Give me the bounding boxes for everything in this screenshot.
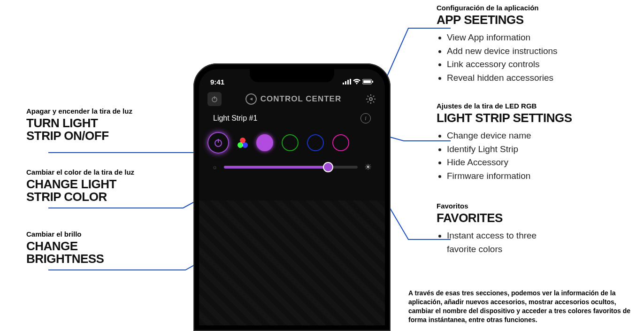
callout-power-spanish: Apagar y encender la tira de luz — [26, 107, 132, 115]
status-icons — [343, 79, 374, 85]
notch — [250, 69, 334, 82]
list-item: Identify Light Strip — [447, 143, 572, 156]
callout-color-line2: STRIP COLOR — [26, 191, 134, 203]
list-item: Hide Accessory — [447, 156, 572, 169]
summary-paragraph: A través de esas tres secciones, podemos… — [408, 289, 634, 324]
device-name: Light Strip #1 — [213, 114, 257, 123]
svg-point-9 — [369, 98, 372, 100]
list-item: Firmware information — [447, 169, 572, 183]
gear-icon[interactable] — [365, 93, 376, 105]
app-title: CONTROL CENTER — [245, 93, 341, 105]
callout-power: Apagar y encender la tira de luz TURN LI… — [26, 107, 132, 143]
app-settings-title: APP SEETINGS — [437, 14, 558, 26]
power-icon — [213, 138, 223, 148]
list-item: View App information — [447, 31, 558, 45]
callout-strip-settings: Ajustes de la tira de LED RGB LIGHT STRI… — [437, 102, 572, 183]
device-row: Light Strip #1 i — [199, 110, 385, 128]
callout-color: Cambiar el color de la tira de luz CHANG… — [26, 168, 134, 204]
signal-icon — [343, 79, 351, 85]
list-item: Instant access to three favorite colors — [447, 229, 559, 256]
svg-rect-0 — [343, 83, 344, 85]
app-header: CONTROL CENTER — [199, 88, 385, 110]
callout-brightness-line2: BRIGHTNESS — [26, 253, 104, 265]
app-title-text: CONTROL CENTER — [261, 94, 341, 104]
controls-row — [199, 128, 385, 160]
callout-color-line1: CHANGE LIGHT — [26, 178, 134, 191]
rgb-picker-icon[interactable] — [238, 138, 248, 148]
app-settings-spanish: Configuración de la aplicación — [437, 4, 558, 12]
brightness-slider-row: ☼ ☀ — [199, 160, 385, 179]
color-selected[interactable] — [256, 134, 273, 151]
callout-power-line1: TURN LIGHT — [26, 117, 132, 130]
favorite-color-3[interactable] — [332, 134, 349, 151]
svg-rect-1 — [345, 81, 346, 85]
svg-rect-2 — [347, 80, 349, 85]
main-power-button[interactable] — [207, 92, 222, 106]
favorites-title: FAVORITES — [437, 212, 559, 224]
info-icon[interactable]: i — [360, 113, 371, 123]
strip-settings-spanish: Ajustes de la tira de LED RGB — [437, 102, 572, 110]
light-power-button[interactable] — [207, 132, 229, 154]
favorite-color-2[interactable] — [307, 134, 324, 151]
callout-app-settings: Configuración de la aplicación APP SEETI… — [437, 4, 558, 85]
list-item: Add new device instructions — [447, 45, 558, 58]
battery-icon — [362, 79, 374, 85]
svg-rect-6 — [372, 81, 373, 83]
callout-power-line2: STRIP ON/OFF — [26, 130, 132, 142]
status-time: 9:41 — [210, 78, 224, 86]
list-item: Link accessory controls — [447, 58, 558, 71]
list-item: Change device name — [447, 129, 572, 143]
elgato-logo-icon — [245, 93, 257, 105]
favorites-spanish: Favoritos — [437, 202, 559, 210]
callout-brightness-spanish: Cambiar el brillo — [26, 230, 104, 238]
strip-settings-title: LIGHT STRIP SETTINGS — [437, 112, 572, 124]
brightness-low-icon: ☼ — [212, 164, 217, 170]
svg-rect-3 — [350, 79, 351, 85]
screen-background-pattern — [199, 200, 385, 325]
callout-brightness-line1: CHANGE — [26, 240, 104, 253]
favorites-list: Instant access to three favorite colors — [437, 229, 559, 256]
callout-color-spanish: Cambiar el color de la tira de luz — [26, 168, 134, 176]
brightness-high-icon: ☀ — [364, 162, 372, 172]
callout-brightness: Cambiar el brillo CHANGE BRIGHTNESS — [26, 230, 104, 266]
power-icon — [211, 95, 218, 103]
phone-frame: 9:41 CONTROL CENTER Light — [193, 63, 391, 331]
list-item: Reveal hidden accessories — [447, 71, 558, 85]
callout-favorites: Favoritos FAVORITES Instant access to th… — [437, 202, 559, 256]
strip-settings-list: Change device name Identify Light Strip … — [437, 129, 572, 183]
brightness-fill — [224, 166, 328, 169]
svg-rect-5 — [363, 80, 371, 83]
brightness-slider[interactable] — [224, 166, 358, 169]
favorite-color-1[interactable] — [282, 134, 299, 151]
brightness-thumb[interactable] — [323, 162, 333, 172]
wifi-icon — [353, 79, 360, 85]
app-settings-list: View App information Add new device inst… — [437, 31, 558, 85]
phone-screen: 9:41 CONTROL CENTER Light — [199, 69, 385, 325]
